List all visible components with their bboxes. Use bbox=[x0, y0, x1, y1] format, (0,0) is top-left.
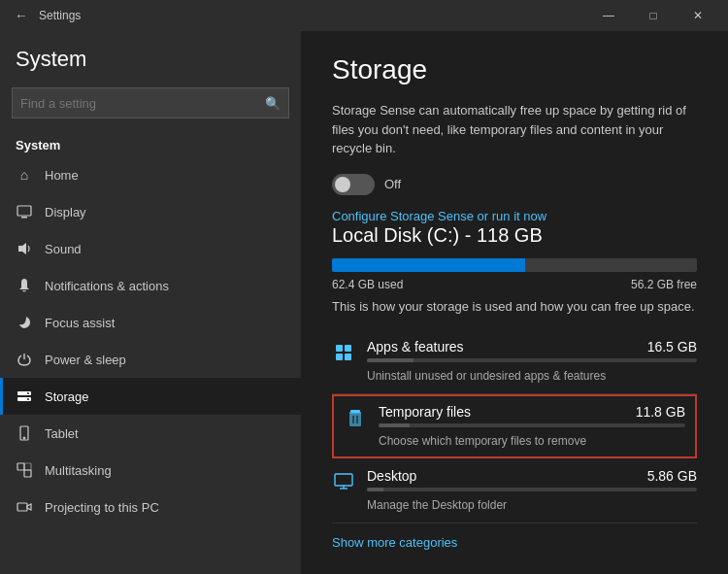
temp-title: Temporary files bbox=[379, 404, 471, 420]
close-button[interactable]: ✕ bbox=[676, 0, 720, 31]
sidebar: System 🔍 System ⌂ Home Display Sound bbox=[0, 31, 301, 574]
apps-size: 16.5 GB bbox=[647, 339, 697, 355]
sidebar-item-multitasking[interactable]: Multitasking bbox=[0, 452, 301, 489]
sidebar-item-sound[interactable]: Sound bbox=[0, 230, 301, 267]
back-button[interactable]: ← bbox=[8, 2, 35, 29]
svg-point-5 bbox=[27, 392, 29, 394]
page-title: Storage bbox=[332, 54, 697, 85]
search-icon: 🔍 bbox=[265, 96, 281, 111]
storage-info-text: This is how your storage is used and how… bbox=[332, 299, 697, 314]
section-label: System bbox=[0, 130, 301, 156]
desktop-title-row: Desktop 5.86 GB bbox=[367, 468, 697, 484]
minimize-button[interactable]: — bbox=[586, 0, 631, 31]
temp-bar bbox=[379, 423, 685, 427]
power-icon bbox=[16, 351, 33, 368]
sidebar-header: System bbox=[0, 31, 301, 80]
maximize-button[interactable]: □ bbox=[631, 0, 676, 31]
sidebar-item-label: Power & sleep bbox=[45, 353, 126, 367]
sidebar-item-label: Multitasking bbox=[45, 463, 112, 478]
sidebar-item-label: Sound bbox=[45, 242, 82, 256]
temp-bar-fill bbox=[379, 423, 410, 427]
bar-labels: 62.4 GB used 56.2 GB free bbox=[332, 278, 697, 291]
window-controls: — □ ✕ bbox=[586, 0, 720, 31]
apps-icon bbox=[332, 341, 355, 364]
temp-item-content: Temporary files 11.8 GB Choose which tem… bbox=[379, 404, 685, 449]
temp-title-row: Temporary files 11.8 GB bbox=[379, 404, 685, 420]
desktop-desc: Manage the Desktop folder bbox=[367, 498, 507, 512]
storage-item-desktop[interactable]: Desktop 5.86 GB Manage the Desktop folde… bbox=[332, 458, 697, 523]
projecting-icon bbox=[16, 498, 33, 516]
storage-item-apps[interactable]: Apps & features 16.5 GB Uninstall unused… bbox=[332, 329, 697, 394]
storage-sense-toggle-row: Off bbox=[332, 174, 697, 195]
sidebar-item-label: Notifications & actions bbox=[45, 279, 169, 293]
notifications-icon bbox=[16, 277, 33, 294]
search-input[interactable] bbox=[20, 96, 265, 111]
sidebar-item-tablet[interactable]: Tablet bbox=[0, 415, 301, 452]
apps-title-row: Apps & features 16.5 GB bbox=[367, 339, 697, 355]
window-title: Settings bbox=[39, 9, 586, 22]
desktop-bar bbox=[367, 488, 697, 491]
svg-rect-0 bbox=[17, 206, 31, 216]
apps-item-content: Apps & features 16.5 GB Uninstall unused… bbox=[367, 339, 697, 384]
sidebar-item-focus[interactable]: Focus assist bbox=[0, 304, 301, 341]
disk-bar-fill bbox=[332, 258, 525, 272]
svg-rect-1 bbox=[21, 217, 27, 219]
sidebar-item-power[interactable]: Power & sleep bbox=[0, 341, 301, 378]
sidebar-item-home[interactable]: ⌂ Home bbox=[0, 156, 301, 193]
sidebar-item-notifications[interactable]: Notifications & actions bbox=[0, 267, 301, 304]
svg-point-8 bbox=[23, 437, 25, 439]
main-layout: System 🔍 System ⌂ Home Display Sound bbox=[0, 31, 728, 574]
free-label: 56.2 GB free bbox=[631, 278, 697, 291]
toggle-label: Off bbox=[384, 177, 401, 191]
desktop-size: 5.86 GB bbox=[647, 468, 697, 484]
desktop-item-content: Desktop 5.86 GB Manage the Desktop folde… bbox=[367, 468, 697, 513]
svg-rect-15 bbox=[336, 354, 343, 360]
disk-title: Local Disk (C:) - 118 GB bbox=[332, 224, 697, 247]
display-icon bbox=[16, 203, 33, 220]
home-icon: ⌂ bbox=[16, 166, 33, 184]
disk-bar-track bbox=[332, 258, 697, 272]
temp-desc: Choose which temporary files to remove bbox=[379, 434, 586, 448]
tablet-icon bbox=[16, 424, 33, 442]
storage-sense-toggle[interactable] bbox=[332, 174, 375, 195]
focus-icon bbox=[16, 314, 33, 331]
svg-rect-9 bbox=[17, 463, 24, 470]
svg-rect-10 bbox=[24, 470, 31, 477]
storage-sense-description: Storage Sense can automatically free up … bbox=[332, 101, 697, 158]
svg-rect-21 bbox=[335, 474, 352, 486]
svg-marker-2 bbox=[18, 243, 26, 254]
sidebar-item-storage[interactable]: Storage bbox=[0, 378, 301, 415]
storage-item-temp[interactable]: Temporary files 11.8 GB Choose which tem… bbox=[332, 394, 697, 458]
svg-rect-13 bbox=[336, 345, 343, 352]
titlebar: ← Settings — □ ✕ bbox=[0, 0, 728, 31]
sidebar-item-label: Tablet bbox=[45, 426, 79, 441]
apps-desc: Uninstall unused or undesired apps & fea… bbox=[367, 369, 606, 383]
temp-size: 11.8 GB bbox=[636, 404, 685, 420]
search-box[interactable]: 🔍 bbox=[12, 87, 289, 118]
configure-link[interactable]: Configure Storage Sense or run it now bbox=[332, 209, 546, 223]
sidebar-item-label: Home bbox=[45, 168, 79, 183]
multitasking-icon bbox=[16, 461, 33, 479]
apps-title: Apps & features bbox=[367, 339, 464, 355]
sidebar-item-label: Focus assist bbox=[45, 316, 115, 330]
show-more-link[interactable]: Show more categories bbox=[332, 535, 697, 550]
svg-rect-14 bbox=[345, 345, 351, 352]
apps-bar bbox=[367, 358, 697, 362]
apps-bar-fill bbox=[367, 358, 414, 362]
svg-point-6 bbox=[27, 398, 29, 400]
content-area: Storage Storage Sense can automatically … bbox=[301, 31, 728, 574]
sidebar-item-label: Projecting to this PC bbox=[45, 500, 159, 515]
used-label: 62.4 GB used bbox=[332, 278, 403, 291]
sidebar-item-projecting[interactable]: Projecting to this PC bbox=[0, 489, 301, 525]
storage-icon bbox=[16, 388, 33, 405]
temp-icon bbox=[344, 406, 367, 429]
svg-rect-11 bbox=[24, 463, 31, 470]
toggle-knob bbox=[335, 177, 350, 192]
sound-icon bbox=[16, 240, 33, 257]
disk-storage-bar: 62.4 GB used 56.2 GB free bbox=[332, 258, 697, 291]
desktop-icon bbox=[332, 470, 355, 493]
sidebar-item-label: Storage bbox=[45, 389, 89, 404]
svg-rect-12 bbox=[17, 503, 27, 511]
desktop-bar-fill bbox=[367, 488, 383, 491]
sidebar-item-display[interactable]: Display bbox=[0, 193, 301, 230]
